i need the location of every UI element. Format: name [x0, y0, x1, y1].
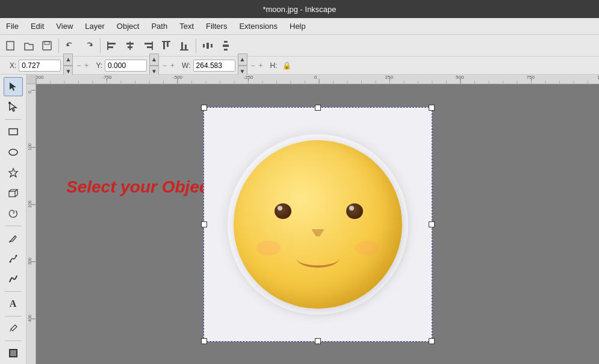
moon-mouth	[297, 250, 339, 268]
toolbar	[0, 35, 599, 57]
w-up[interactable]: ▲	[238, 54, 247, 66]
svg-rect-6	[108, 43, 116, 45]
align-center-btn[interactable]	[122, 37, 138, 54]
svg-rect-21	[206, 43, 209, 49]
menubar: File Edit View Layer Object Path Text Fi…	[0, 18, 599, 35]
handle-bottom-left	[201, 338, 207, 344]
handle-bottom-center	[315, 338, 321, 344]
handle-top-right	[429, 105, 435, 111]
ruler-corner	[26, 75, 36, 84]
svg-point-30	[9, 149, 17, 155]
svg-point-28	[8, 102, 11, 104]
lt-sep2	[5, 226, 22, 226]
svg-rect-20	[203, 44, 205, 48]
svg-point-33	[9, 261, 11, 263]
tool-select[interactable]	[4, 77, 23, 96]
tool-pencil[interactable]	[4, 229, 23, 248]
align-left-btn[interactable]	[104, 37, 120, 54]
menu-file[interactable]: File	[0, 19, 25, 33]
handle-top-left	[201, 105, 207, 111]
tool-ellipse[interactable]	[4, 143, 23, 162]
ruler-vertical	[26, 84, 36, 364]
tool-spiral[interactable]	[4, 204, 23, 223]
menu-text[interactable]: Text	[173, 19, 200, 33]
tool-dropper[interactable]	[4, 319, 23, 338]
svg-rect-0	[7, 42, 14, 50]
document-canvas[interactable]: Select your Object	[36, 84, 599, 364]
menu-layer[interactable]: Layer	[79, 19, 111, 33]
svg-marker-27	[10, 103, 16, 111]
coordbar: X: ▲ ▼ −+ Y: ▲ ▼ −+ W: ▲ ▼ −+ H: 🔒	[0, 57, 599, 75]
lt-sep5	[5, 341, 22, 341]
lt-sep3	[5, 291, 22, 292]
tool-new[interactable]	[2, 37, 19, 54]
svg-rect-1	[43, 42, 51, 50]
h-label: H:	[270, 61, 278, 70]
tool-node[interactable]	[4, 97, 23, 117]
menu-help[interactable]: Help	[284, 19, 312, 33]
y-input[interactable]	[105, 60, 147, 72]
lock-aspect-btn[interactable]: 🔒	[282, 61, 291, 70]
select-object-text: Select your Object	[66, 177, 214, 197]
svg-marker-26	[10, 82, 16, 91]
menu-object[interactable]: Object	[111, 19, 146, 33]
moon-image-container	[216, 119, 420, 330]
svg-rect-32	[9, 191, 15, 197]
svg-rect-24	[223, 45, 229, 47]
svg-rect-19	[185, 45, 187, 49]
w-input[interactable]	[193, 60, 235, 72]
document-page[interactable]	[203, 107, 432, 342]
menu-edit[interactable]: Edit	[25, 19, 50, 33]
align-top-btn[interactable]	[158, 37, 175, 54]
x-up[interactable]: ▲	[63, 54, 73, 66]
lt-sep1	[5, 119, 22, 120]
w-label: W:	[182, 61, 190, 70]
tool-save[interactable]	[39, 37, 55, 54]
menu-path[interactable]: Path	[145, 19, 173, 33]
menu-extensions[interactable]: Extensions	[233, 19, 284, 33]
tool-star[interactable]	[4, 163, 23, 182]
svg-rect-10	[128, 46, 132, 48]
tool-undo[interactable]	[62, 37, 79, 54]
lt-sep4	[5, 316, 22, 316]
distribute-v-btn[interactable]	[217, 37, 234, 54]
titlebar: *moon.jpg - Inkscape	[0, 0, 599, 18]
svg-marker-4	[89, 43, 92, 46]
tool-text[interactable]: A	[4, 294, 23, 313]
moon-background	[228, 134, 408, 315]
svg-marker-3	[67, 43, 70, 46]
align-bottom-btn[interactable]	[176, 37, 193, 54]
distribute-h-btn[interactable]	[199, 37, 216, 54]
align-right-btn[interactable]	[140, 37, 157, 54]
tool-pen[interactable]	[4, 249, 23, 268]
tool-3d[interactable]	[4, 184, 23, 203]
svg-rect-29	[9, 129, 17, 135]
svg-rect-25	[224, 49, 228, 51]
tool-redo[interactable]	[80, 37, 97, 54]
tool-fill[interactable]	[4, 344, 23, 363]
tool-calligraphy[interactable]	[4, 270, 23, 289]
x-input[interactable]	[19, 60, 61, 72]
left-toolbar: A	[0, 75, 26, 364]
tool-open[interactable]	[20, 37, 37, 54]
handle-top-center	[315, 105, 321, 111]
svg-rect-18	[181, 42, 183, 49]
title-text: *moon.jpg - Inkscape	[262, 5, 336, 14]
tool-rect[interactable]	[4, 122, 23, 141]
svg-point-34	[15, 255, 17, 257]
svg-rect-23	[224, 41, 228, 43]
menu-view[interactable]: View	[50, 19, 79, 33]
x-label: X:	[10, 61, 16, 70]
sep2	[100, 39, 101, 53]
sep3	[196, 39, 196, 53]
canvas-area[interactable]: Select your Object	[26, 75, 599, 364]
svg-marker-31	[9, 168, 17, 177]
y-label: Y:	[96, 61, 102, 70]
moon-left-cheek	[256, 241, 281, 256]
menu-filters[interactable]: Filters	[200, 19, 233, 33]
handle-bottom-right	[429, 338, 435, 344]
moon-left-eye	[275, 203, 291, 219]
handle-middle-right	[429, 221, 435, 227]
y-up[interactable]: ▲	[149, 54, 159, 66]
moon-face	[234, 140, 402, 309]
